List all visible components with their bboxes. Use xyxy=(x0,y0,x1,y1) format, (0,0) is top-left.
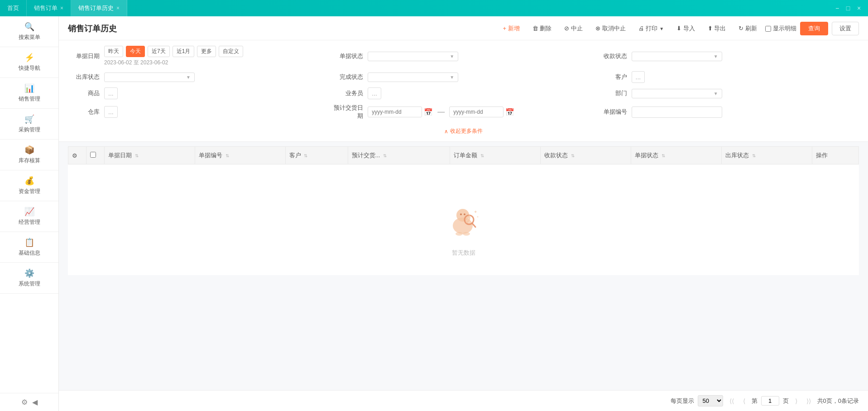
expected-date-from-input[interactable] xyxy=(368,106,422,117)
print-button[interactable]: 🖨 打印 ▼ xyxy=(634,22,669,35)
delivery-status-arrow-icon: ▼ xyxy=(186,75,191,80)
date-yesterday-button[interactable]: 昨天 xyxy=(104,46,123,57)
complete-status-label: 完成状态 xyxy=(331,73,368,81)
th-order-status[interactable]: 单据状态 ⇅ xyxy=(631,147,722,164)
th-delivery-status[interactable]: 出库状态 ⇅ xyxy=(722,147,812,164)
show-detail-checkbox[interactable]: 显示明细 xyxy=(765,24,796,33)
show-detail-input[interactable] xyxy=(765,26,771,32)
payment-status-select[interactable]: ▼ xyxy=(632,52,722,61)
delete-button-label: 🗑 删除 xyxy=(532,24,552,33)
tab-sales-history-label: 销售订单历史 xyxy=(78,4,114,12)
goods-label: 商品 xyxy=(68,89,104,97)
next-page-button[interactable]: ⟩ xyxy=(792,396,800,406)
current-page-input[interactable] xyxy=(761,396,779,406)
filter-row-2: 出库状态 ▼ 完成状态 ▼ 客户 ... xyxy=(68,71,859,83)
th-settings[interactable]: ⚙ xyxy=(68,147,86,164)
payment-status-label: 收款状态 xyxy=(595,52,632,60)
date-today-button[interactable]: 今天 xyxy=(126,46,145,57)
th-order-status-label: 单据状态 xyxy=(635,152,658,159)
stop-button[interactable]: ⊘ 中止 xyxy=(560,22,587,35)
tab-sales-order[interactable]: 销售订单 × xyxy=(27,0,71,16)
sidebar-item-purchase-mgmt[interactable]: 🛒 采购管理 xyxy=(0,109,58,140)
first-page-button[interactable]: ⟨⟨ xyxy=(727,396,737,406)
tab-sales-order-label: 销售订单 xyxy=(34,4,58,12)
warehouse-picker-button[interactable]: ... xyxy=(104,106,118,118)
order-no-label: 单据编号 xyxy=(595,108,632,116)
sidebar-item-search-menu[interactable]: 🔍 搜索菜单 xyxy=(0,16,58,47)
calendar-from-icon[interactable]: 📅 xyxy=(424,108,433,116)
collapse-label: 收起更多条件 xyxy=(450,127,483,135)
print-button-label: 🖨 打印 xyxy=(638,24,658,33)
sort-payment-icon: ⇅ xyxy=(571,153,575,158)
calendar-to-icon[interactable]: 📅 xyxy=(505,108,514,116)
date-custom-button[interactable]: 自定义 xyxy=(219,46,243,57)
query-button[interactable]: 查询 xyxy=(800,22,828,35)
delivery-status-label: 出库状态 xyxy=(68,73,104,81)
sidebar-item-operations-label: 经营管理 xyxy=(19,218,40,226)
th-date[interactable]: 单据日期 ⇅ xyxy=(105,147,195,164)
customer-picker-button[interactable]: ... xyxy=(632,71,645,83)
window-controls: − □ × xyxy=(828,5,868,12)
th-customer[interactable]: 客户 ⇅ xyxy=(285,147,348,164)
new-button[interactable]: + 新增 xyxy=(499,22,524,35)
chevron-up-icon: ∧ xyxy=(444,128,448,135)
order-no-input[interactable] xyxy=(632,106,722,118)
import-button[interactable]: ⬇ 导入 xyxy=(672,22,700,35)
win-min-button[interactable]: − xyxy=(834,5,841,12)
th-payment-status[interactable]: 收款状态 ⇅ xyxy=(541,147,631,164)
department-select[interactable]: ▼ xyxy=(632,89,722,98)
tab-sales-history[interactable]: 销售订单历史 × xyxy=(71,0,127,16)
last-page-button[interactable]: ⟩⟩ xyxy=(804,396,814,406)
th-amount-label: 订单金额 xyxy=(454,152,477,159)
win-close-button[interactable]: × xyxy=(855,5,863,12)
import-button-label: ⬇ 导入 xyxy=(676,24,695,33)
export-button[interactable]: ⬆ 导出 xyxy=(703,22,731,35)
goods-picker-button[interactable]: ... xyxy=(104,87,118,99)
select-all-checkbox[interactable] xyxy=(90,152,96,158)
sidebar-settings-icon[interactable]: ⚙ xyxy=(21,398,28,406)
filter-group-expected-date: 预计交货日期 📅 — 📅 xyxy=(331,104,595,120)
date-last1m-button[interactable]: 近1月 xyxy=(173,46,195,57)
salesperson-label: 业务员 xyxy=(331,89,368,97)
sidebar-item-system-mgmt[interactable]: ⚙️ 系统管理 xyxy=(0,263,58,294)
sidebar-item-operations[interactable]: 📈 经营管理 xyxy=(0,201,58,232)
win-restore-button[interactable]: □ xyxy=(844,5,852,12)
delivery-status-select[interactable]: ▼ xyxy=(104,73,195,82)
expected-date-to-input[interactable] xyxy=(449,106,504,117)
th-checkbox[interactable] xyxy=(86,147,105,164)
sort-date-icon: ⇅ xyxy=(135,153,139,158)
th-expected[interactable]: 预计交货... ⇅ xyxy=(348,147,450,164)
date-more-button[interactable]: 更多 xyxy=(197,46,216,57)
date-last7-button[interactable]: 近7天 xyxy=(148,46,170,57)
sidebar-collapse-icon[interactable]: ◀ xyxy=(32,398,38,406)
prev-page-button[interactable]: ⟨ xyxy=(740,396,748,406)
warehouse-label: 仓库 xyxy=(68,108,104,116)
filter-group-complete-status: 完成状态 ▼ xyxy=(331,73,595,82)
complete-status-select[interactable]: ▼ xyxy=(368,73,458,82)
page-size-select[interactable]: 10 20 50 100 xyxy=(698,395,723,406)
sidebar-item-basic-info-label: 基础信息 xyxy=(19,249,40,257)
cancel-stop-button[interactable]: ⊗ 取消中止 xyxy=(591,22,630,35)
date-filter-control: 昨天 今天 近7天 近1月 更多 自定义 2023-06-02 至 2023-0… xyxy=(104,46,243,67)
sidebar-item-basic-info[interactable]: 📋 基础信息 xyxy=(0,232,58,263)
settings-button[interactable]: 设置 xyxy=(832,22,859,35)
sidebar-item-inventory[interactable]: 📦 库存核算 xyxy=(0,140,58,170)
th-no[interactable]: 单据编号 ⇅ xyxy=(195,147,285,164)
salesperson-picker-button[interactable]: ... xyxy=(368,87,381,99)
filter-row-3: 商品 ... 业务员 ... 部门 ▼ xyxy=(68,87,859,99)
sidebar-item-quick-nav[interactable]: ⚡ 快捷导航 xyxy=(0,47,58,78)
content-area: 销售订单历史 + 新增 🗑 删除 ⊘ 中止 ⊗ 取消中止 🖨 打印 ▼ xyxy=(59,16,868,411)
order-status-select[interactable]: ▼ xyxy=(368,52,458,61)
refresh-button[interactable]: ↻ 刷新 xyxy=(734,22,762,35)
collapse-bar[interactable]: ∧ 收起更多条件 xyxy=(68,125,859,136)
top-bar: 首页 销售订单 × 销售订单历史 × − □ × xyxy=(0,0,868,16)
th-amount[interactable]: 订单金额 ⇅ xyxy=(450,147,541,164)
sidebar-item-finance[interactable]: 💰 资金管理 xyxy=(0,170,58,201)
tab-sales-history-close[interactable]: × xyxy=(116,5,120,11)
svg-line-5 xyxy=(472,223,475,227)
tab-home[interactable]: 首页 xyxy=(0,0,27,16)
sidebar-item-sales-mgmt[interactable]: 📊 销售管理 xyxy=(0,78,58,109)
delete-button[interactable]: 🗑 删除 xyxy=(528,22,556,35)
tab-sales-order-close[interactable]: × xyxy=(60,5,63,11)
table-head: ⚙ 单据日期 ⇅ 单据编号 ⇅ 客户 xyxy=(68,147,859,164)
